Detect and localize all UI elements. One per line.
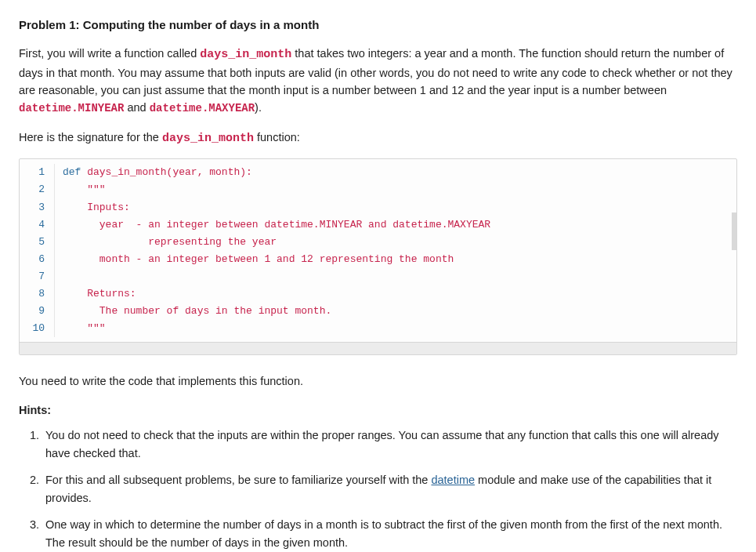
code-content: def days_in_month(year, month): """ Inpu… [54,164,736,337]
hints-list: You do not need to check that the inputs… [19,427,737,551]
hints-heading: Hints: [19,401,737,419]
maxyear-inline: datetime.MAXYEAR [150,102,255,114]
fn-name-inline: days_in_month [200,48,291,61]
intro-text: and [124,101,149,114]
intro-paragraph-1: First, you will write a function called … [19,45,737,118]
line-number-gutter: 1 2 3 4 5 6 7 8 9 10 [20,164,54,337]
intro-text: Here is the signature for the [19,131,162,143]
code-line: The number of days in the input month. [63,303,736,320]
line-number: 10 [20,320,45,337]
line-number: 6 [20,251,45,268]
instruction-text: You need to write the code that implemen… [19,372,737,390]
line-number: 7 [20,268,45,285]
code-block: 1 2 3 4 5 6 7 8 9 10 def days_in_month(y… [19,158,737,355]
code-line: year - an integer between datetime.MINYE… [63,216,736,234]
line-number: 8 [20,285,45,303]
intro-text: First, you will write a function called [19,47,200,60]
hint-item: For this and all subsequent problems, be… [42,471,737,507]
line-number: 5 [20,234,45,251]
fn-name-inline: days_in_month [162,132,254,145]
code-text: days_in_month(year, month): [81,166,251,178]
code-keyword: def [63,166,81,178]
code-line: representing the year [63,234,736,251]
minyear-inline: datetime.MINYEAR [19,102,124,114]
hint-text: For this and all subsequent problems, be… [45,474,431,486]
datetime-link[interactable]: datetime [431,474,475,486]
code-line: """ [63,181,736,198]
problem-title: Problem 1: Computing the number of days … [19,16,737,34]
horizontal-scrollbar[interactable] [20,342,736,354]
scrollbar-stub [732,212,736,250]
line-number: 3 [20,199,45,216]
intro-text: ). [255,101,262,114]
hint-item: One way in which to determine the number… [42,516,737,551]
code-line: Returns: [63,285,736,303]
line-number: 9 [20,303,45,320]
intro-paragraph-2: Here is the signature for the days_in_mo… [19,129,737,147]
intro-text: function: [254,131,300,143]
code-line: """ [63,320,736,337]
code-line: Inputs: [63,199,736,216]
hint-item: You do not need to check that the inputs… [42,427,737,462]
line-number: 2 [20,181,45,198]
code-line [63,268,736,285]
line-number: 1 [20,164,45,181]
code-line: month - an integer between 1 and 12 repr… [63,251,736,268]
line-number: 4 [20,216,45,234]
